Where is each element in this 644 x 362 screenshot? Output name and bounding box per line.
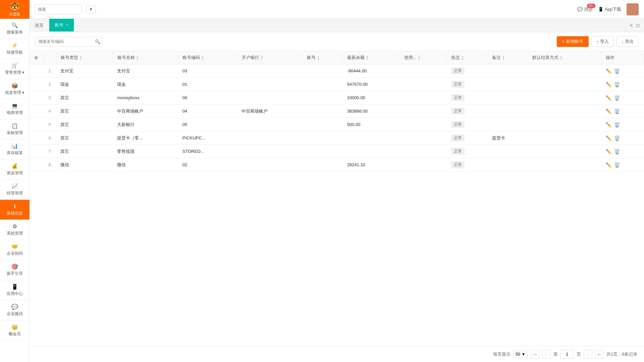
row-3-status: 正常 bbox=[447, 105, 488, 118]
sidebar-item-4[interactable]: 💻电商管理 bbox=[0, 99, 30, 119]
sidebar-item-2[interactable]: 🛒零售管理 ▾ bbox=[0, 59, 30, 79]
delete-icon-4[interactable]: 🗑️ bbox=[614, 122, 620, 127]
sidebar-item-7[interactable]: 💰资金管理 bbox=[0, 160, 30, 180]
delete-icon-0[interactable]: 🗑️ bbox=[614, 68, 620, 74]
col-type[interactable]: 账号类型▲▼ bbox=[56, 51, 113, 64]
edit-icon-6[interactable]: ✏️ bbox=[606, 149, 611, 154]
dropdown-button[interactable]: ▼ bbox=[86, 5, 96, 13]
sidebar-item-14[interactable]: 💬企业微信 bbox=[0, 300, 30, 320]
delete-icon-2[interactable]: 🗑️ bbox=[614, 95, 620, 101]
tab-accounts[interactable]: 账号 × bbox=[49, 19, 74, 32]
next-page-button[interactable]: › bbox=[584, 350, 592, 359]
row-5-remark: 提货卡 bbox=[488, 131, 528, 145]
add-account-button[interactable]: + 新增账号 bbox=[557, 36, 589, 47]
row-7-actions: ✏️ 🗑️ bbox=[602, 158, 644, 172]
row-3-check bbox=[30, 105, 43, 118]
row-7-settlement bbox=[528, 158, 602, 172]
col-bank[interactable]: 开户银行▲▼ bbox=[237, 51, 303, 64]
message-button[interactable]: 💬 消息 99+ bbox=[577, 6, 593, 12]
col-usage[interactable]: 使用...▲▼ bbox=[400, 51, 447, 64]
col-settlement[interactable]: 默认结算方式▲▼ bbox=[528, 51, 602, 64]
search-button[interactable]: 🔍 bbox=[92, 37, 102, 46]
export-button[interactable]: ↓ 导出 bbox=[616, 36, 639, 47]
sidebar-item-3[interactable]: 📦批发管理 ▾ bbox=[0, 79, 30, 99]
delete-icon-1[interactable]: 🗑️ bbox=[614, 82, 620, 87]
tab-expand-icon[interactable]: ⊡ bbox=[636, 23, 640, 28]
delete-icon-3[interactable]: 🗑️ bbox=[614, 109, 620, 114]
sidebar-item-9[interactable]: ℹ基础信息 bbox=[0, 200, 30, 220]
page-number-input[interactable] bbox=[560, 350, 574, 359]
row-0-settlement bbox=[528, 64, 602, 78]
col-remark[interactable]: 备注▲▼ bbox=[488, 51, 528, 64]
row-3-balance: 383866.00 bbox=[343, 105, 400, 118]
sidebar-item-0[interactable]: 🔍搜索菜单 bbox=[0, 19, 30, 39]
col-status[interactable]: 状态▲▼ bbox=[447, 51, 488, 64]
sidebar-item-10[interactable]: ⚙系统管理 bbox=[0, 220, 30, 240]
col-settings[interactable]: ⚙ bbox=[30, 51, 43, 64]
page-size-value: 50 bbox=[516, 352, 520, 357]
row-7-account bbox=[303, 158, 343, 172]
delete-icon-5[interactable]: 🗑️ bbox=[614, 135, 620, 141]
edit-icon-5[interactable]: ✏️ bbox=[606, 135, 611, 141]
row-6-status: 正常 bbox=[447, 145, 488, 158]
row-5-status: 正常 bbox=[447, 131, 488, 145]
sidebar-item-13[interactable]: 📱应用中心 bbox=[0, 280, 30, 300]
col-name[interactable]: 账号名称▲▼ bbox=[113, 51, 178, 64]
row-0-account bbox=[303, 64, 343, 78]
row-2-remark bbox=[488, 91, 528, 105]
sidebar-item-15[interactable]: 👑畅会员 bbox=[0, 320, 30, 341]
sidebar-item-11[interactable]: 🤝企业协同 bbox=[0, 240, 30, 260]
tab-bar: 首页 账号 × ✕ ⊡ bbox=[30, 19, 644, 32]
tab-accounts-close[interactable]: × bbox=[66, 23, 68, 27]
import-button[interactable]: ↑ 导入 bbox=[591, 36, 614, 47]
row-4-code: 05 bbox=[178, 118, 238, 131]
col-code[interactable]: 账号编码▲▼ bbox=[178, 51, 238, 64]
header-left: ▼ bbox=[35, 4, 96, 14]
sidebar-item-6[interactable]: 📊库存核算 bbox=[0, 139, 30, 160]
search-box: 🔍 bbox=[35, 37, 102, 47]
col-account[interactable]: 账号▲▼ bbox=[303, 51, 343, 64]
edit-icon-3[interactable]: ✏️ bbox=[606, 109, 611, 114]
app-logo[interactable]: 🐯 乐盟版 bbox=[0, 0, 30, 19]
tab-close-icon[interactable]: ✕ bbox=[629, 23, 633, 28]
sidebar-item-1[interactable]: ⚡快捷导航 bbox=[0, 39, 30, 59]
sidebar-item-8[interactable]: 📈经营管理 bbox=[0, 180, 30, 200]
sidebar-item-12[interactable]: 🎯新手引导 bbox=[0, 260, 30, 280]
col-balance[interactable]: 最新余额▲▼ bbox=[343, 51, 400, 64]
row-4-usage bbox=[400, 118, 447, 131]
edit-icon-4[interactable]: ✏️ bbox=[606, 122, 611, 127]
status-badge: 正常 bbox=[451, 67, 465, 74]
page-size-select[interactable]: 50 ▼ bbox=[513, 351, 528, 358]
edit-icon-2[interactable]: ✏️ bbox=[606, 95, 611, 101]
edit-icon-1[interactable]: ✏️ bbox=[606, 82, 611, 87]
prev-page-button[interactable]: ‹ bbox=[542, 350, 551, 359]
sidebar-label-14: 企业微信 bbox=[1, 311, 28, 317]
tab-home[interactable]: 首页 bbox=[30, 19, 49, 32]
first-page-button[interactable]: ⏮ bbox=[531, 350, 539, 359]
delete-icon-6[interactable]: 🗑️ bbox=[614, 149, 620, 154]
sidebar-label-13: 应用中心 bbox=[1, 291, 28, 297]
top-search-input[interactable] bbox=[35, 4, 82, 14]
row-2-name: moneybosx bbox=[113, 91, 178, 105]
delete-icon-7[interactable]: 🗑️ bbox=[614, 162, 620, 168]
sidebar-icon-9: ℹ bbox=[1, 203, 28, 209]
sidebar-icon-1: ⚡ bbox=[1, 42, 28, 49]
page-content: 🔍 + 新增账号 ↑ 导入 ↓ 导出 ⚙ bbox=[30, 32, 644, 362]
row-0-name: 支付宝 bbox=[113, 64, 178, 78]
search-input[interactable] bbox=[35, 37, 92, 46]
edit-icon-0[interactable]: ✏️ bbox=[606, 68, 611, 74]
table-row: 3 其它 moneybosx 06 10000.00 正常 ✏️ 🗑️ bbox=[30, 91, 644, 105]
app-download-button[interactable]: 📱 App下载 bbox=[598, 6, 621, 12]
row-5-actions: ✏️ 🗑️ bbox=[602, 131, 644, 145]
tab-controls: ✕ ⊡ bbox=[625, 23, 644, 28]
edit-icon-7[interactable]: ✏️ bbox=[606, 162, 611, 168]
sidebar-item-5[interactable]: 📋采购管理 bbox=[0, 119, 30, 139]
download-icon: 📱 bbox=[598, 7, 603, 12]
row-4-actions: ✏️ 🗑️ bbox=[602, 118, 644, 131]
row-3-index: 4 bbox=[43, 105, 56, 118]
last-page-button[interactable]: ⏭ bbox=[595, 350, 604, 359]
sort-icon-settlement: ▲▼ bbox=[560, 55, 562, 61]
row-5-index: 6 bbox=[43, 131, 56, 145]
sidebar-label-4: 电商管理 bbox=[1, 110, 28, 116]
user-avatar[interactable] bbox=[627, 3, 639, 15]
